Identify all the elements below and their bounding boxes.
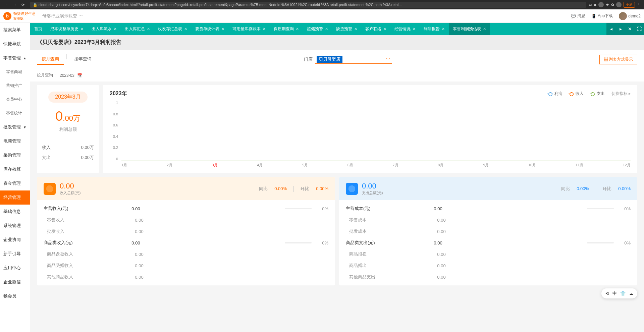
brand-name: 畅捷通好生意 [13, 11, 36, 16]
close-icon[interactable]: ✕ [114, 27, 117, 31]
tab[interactable]: 保质期查询✕ [270, 23, 303, 35]
tab[interactable]: 出入库汇总✕ [121, 23, 154, 35]
legend-expense[interactable]: 支出 [590, 91, 605, 97]
tabs-prev-button[interactable]: ◂ [606, 23, 616, 35]
tab[interactable]: 收发存汇总表✕ [154, 23, 191, 35]
store-selector[interactable]: 门店 贝贝母婴店﹀ [304, 55, 392, 64]
detail-row: 商品类收入(元)0.000% [44, 237, 328, 248]
phone-icon: 📱 [591, 14, 596, 18]
period-badge: 2023年3月 [48, 92, 88, 103]
tab[interactable]: 零售利润预估表✕ [449, 23, 490, 35]
tabs-next-button[interactable]: ▸ [616, 23, 625, 35]
summary-card: 2023年3月 0.00万 利润总额 收入0.00万 支出0.00万 [37, 85, 99, 173]
sidebar-item[interactable]: 资金管理 [0, 176, 30, 190]
sidebar-item[interactable]: 快捷导航 [0, 37, 30, 51]
sidebar-item[interactable]: 系统管理 [0, 219, 30, 233]
date-value[interactable]: 2023-03 [60, 73, 74, 78]
brand-edition: 标准版 [13, 16, 36, 21]
tab[interactable]: 超储预警✕ [303, 23, 332, 35]
sidebar-item[interactable]: 电商管理 [0, 134, 30, 148]
close-icon[interactable]: ✕ [296, 27, 299, 31]
sidebar-item[interactable]: 经营管理 [0, 190, 30, 205]
close-icon[interactable]: ✕ [325, 27, 328, 31]
page-title: 《贝贝母婴店》2023年3月利润报告 [30, 35, 644, 50]
sidebar-item[interactable]: 库存核算 [0, 162, 30, 176]
refresh-button[interactable]: 更新 [624, 2, 635, 8]
close-icon[interactable]: ✕ [221, 27, 224, 31]
sidebar-item[interactable]: 新手引导 [0, 247, 30, 261]
tab[interactable]: 经营情况✕ [390, 23, 420, 35]
detail-row: 零售成本0.00 [346, 214, 631, 226]
extension-icon[interactable]: ★ [606, 3, 609, 7]
close-icon[interactable]: ✕ [354, 27, 357, 31]
close-icon[interactable]: ✕ [413, 27, 416, 31]
close-icon[interactable]: ✕ [263, 27, 266, 31]
filter-monthly-tab[interactable]: 按月查询 [37, 54, 64, 65]
sidebar-item[interactable]: 搜索菜单 [0, 23, 30, 37]
sidebar-item[interactable]: 营销推广 [0, 79, 30, 93]
extension-icon[interactable] [598, 2, 604, 7]
tab[interactable]: 首页 [30, 23, 46, 35]
tab[interactable]: 成本调整单历史✕ [46, 23, 88, 35]
sidebar-item[interactable]: 会员中心 [0, 93, 30, 106]
sidebar-item[interactable]: 企业微信 [0, 275, 30, 289]
tabs-close-button[interactable]: ✕ [625, 23, 635, 35]
message-link[interactable]: 💬消息 [571, 13, 585, 19]
profile-icon[interactable] [616, 2, 622, 7]
close-icon[interactable]: ✕ [442, 27, 445, 31]
cloud-icon[interactable]: ☁ [629, 291, 633, 296]
logo-icon: b [3, 12, 11, 20]
close-icon[interactable]: ✕ [147, 27, 150, 31]
list-view-button[interactable]: ▦ 列表方式显示 [599, 55, 637, 64]
menu-icon[interactable]: ⋮ [637, 3, 641, 7]
sidebar-item[interactable]: 基础信息 [0, 205, 30, 219]
tab[interactable]: 要货单统计表✕ [191, 23, 228, 35]
tab[interactable]: 出入库流水✕ [88, 23, 121, 35]
reload-icon[interactable]: ⟲ [605, 291, 609, 296]
download-link[interactable]: 📱App下载 [591, 13, 613, 19]
account-selector[interactable]: 母婴行业演示账套﹀ [42, 13, 84, 19]
tabs-bar: 首页成本调整单历史✕出入库流水✕出入库汇总✕收发存汇总表✕要货单统计表✕可用量库… [30, 23, 644, 35]
close-icon[interactable]: ✕ [483, 27, 486, 31]
back-button[interactable]: ← [3, 1, 10, 8]
filter-bar: 按月查询 按年查询 门店 贝贝母婴店﹀ ▦ 列表方式显示 [30, 50, 644, 69]
extension-icon[interactable]: ✿ [611, 3, 614, 7]
sidebar-item[interactable]: 批发管理▼ [0, 120, 30, 134]
extension-icon[interactable]: ⧉ [589, 3, 592, 7]
detail-row: 商品报损0.00 [346, 248, 631, 260]
forward-button[interactable]: → [11, 1, 18, 8]
shirt-icon[interactable]: 👕 [620, 291, 626, 296]
tab[interactable]: 可用量库存账本✕ [228, 23, 270, 35]
sidebar-item[interactable]: 应用中心 [0, 261, 30, 275]
app-header: b 畅捷通好生意 标准版 母婴行业演示账套﹀ 💬消息 📱App下载 demo2 [0, 9, 644, 23]
tab[interactable]: 利润报告✕ [420, 23, 449, 35]
logo[interactable]: b 畅捷通好生意 标准版 [3, 11, 36, 21]
user-menu[interactable]: demo2 [619, 12, 641, 20]
close-icon[interactable]: ✕ [184, 27, 187, 31]
detail-row: 批发成本0.00 [346, 226, 631, 237]
expense-card: 0.00 支出总额(元) 同比 0.00% 环比 0.00% 主营成本(元)0.… [339, 177, 637, 285]
tab[interactable]: 客户联络✕ [361, 23, 390, 35]
legend-income[interactable]: 收入 [569, 91, 584, 97]
close-icon[interactable]: ✕ [80, 27, 84, 31]
sidebar-item[interactable]: 企业协同 [0, 233, 30, 247]
switch-metric-link[interactable]: 切换指标 ▸ [611, 91, 631, 97]
extension-icon[interactable]: ◆ [594, 3, 596, 7]
filter-yearly-tab[interactable]: 按年查询 [69, 54, 96, 65]
sidebar-item[interactable]: 零售商城 [0, 65, 30, 79]
sidebar: 搜索菜单快捷导航零售管理▲零售商城营销推广会员中心零售统计批发管理▼电商管理采购… [0, 23, 30, 332]
sidebar-item[interactable]: 畅会员 [0, 289, 30, 303]
float-widget[interactable]: ⟲ 中 👕 ☁ [601, 288, 637, 298]
legend-profit[interactable]: 利润 [547, 91, 562, 97]
reload-button[interactable]: ⟳ [19, 1, 26, 8]
calendar-icon[interactable]: 📅 [77, 73, 82, 78]
tabs-expand-button[interactable]: ⛶ [635, 23, 644, 35]
chevron-down-icon: ﹀ [79, 13, 84, 19]
sidebar-item[interactable]: 零售统计 [0, 106, 30, 120]
tab[interactable]: 缺货预警✕ [332, 23, 361, 35]
close-icon[interactable]: ✕ [383, 27, 386, 31]
browser-chrome: ← → ⟳ 🔒 cloud.chanjet.com/nsy/u4oor74daq… [0, 0, 644, 9]
sidebar-item[interactable]: 采购管理 [0, 148, 30, 162]
sidebar-item[interactable]: 零售管理▲ [0, 51, 30, 65]
url-bar[interactable]: 🔒 cloud.chanjet.com/nsy/u4oor74daqxn/iof… [30, 2, 586, 8]
